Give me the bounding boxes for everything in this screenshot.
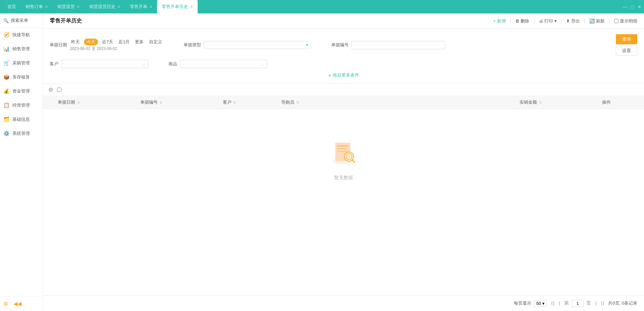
- tab-retail-open[interactable]: 零售开单 ✕: [125, 0, 157, 13]
- settings-bottom-icon[interactable]: ⚙: [3, 301, 8, 307]
- product-input-dots[interactable]: ...: [260, 61, 264, 66]
- th-salesperson[interactable]: 导购员 ⇅: [277, 96, 348, 109]
- export-button[interactable]: ⬆ 导出: [566, 18, 580, 24]
- content-area: 零售开单历史 + 新增 | 🗑 删除 | 🖨 打印 ▾ | ⬆ 导出 | 🔄 刷…: [43, 13, 644, 311]
- tab-home[interactable]: 首页: [3, 0, 21, 13]
- basic-info-icon: 🗂️: [3, 116, 10, 122]
- show-detail-label: 显示明细: [620, 18, 637, 24]
- customer-input[interactable]: ...: [61, 60, 148, 68]
- sidebar-item-purchase-mgmt[interactable]: 🛒 采购管理: [0, 56, 43, 70]
- sidebar-item-quick-nav-label: 快捷导航: [12, 32, 30, 38]
- date-btn-today[interactable]: 今天: [84, 39, 98, 45]
- type-filter-label: 单据类型: [184, 42, 201, 48]
- inventory-icon: 📦: [3, 74, 10, 80]
- table-settings-icon[interactable]: ⚙: [48, 87, 53, 93]
- collapse-button[interactable]: ∧ 收起更多条件: [328, 72, 359, 78]
- system-icon: ⚙️: [3, 131, 10, 137]
- new-button[interactable]: + 新增: [493, 18, 506, 24]
- setting-button[interactable]: 设置: [616, 46, 637, 56]
- show-detail-toggle[interactable]: 显示明细: [614, 18, 637, 24]
- th-date-sort[interactable]: ⇅: [77, 101, 80, 104]
- sidebar-item-system-label: 系统管理: [12, 131, 30, 137]
- date-btn-more[interactable]: 更多: [134, 39, 145, 45]
- first-page-icon[interactable]: ⟨⟨: [550, 300, 556, 307]
- type-select[interactable]: ▾: [204, 41, 311, 49]
- toolbar: + 新增 | 🗑 删除 | 🖨 打印 ▾ | ⬆ 导出 | 🔄 刷新 | 显示明…: [493, 18, 638, 24]
- th-date-label: 单据日期: [58, 100, 75, 105]
- th-salesperson-sort[interactable]: ⇅: [296, 101, 299, 104]
- tab-retail-open-history-label: 零售开单历史: [162, 4, 188, 10]
- number-filter-label: 单据编号: [331, 42, 349, 48]
- next-page-icon[interactable]: ⟩: [594, 300, 598, 307]
- tab-sales-order-close[interactable]: ✕: [45, 5, 48, 9]
- tab-retail-open-close[interactable]: ✕: [149, 5, 152, 9]
- th-checkbox: [43, 96, 54, 109]
- tab-sales-return-history[interactable]: 销货退货历史 ✕: [85, 0, 125, 13]
- sidebar-item-finance[interactable]: 💰 资金管理: [0, 84, 43, 98]
- show-detail-checkbox[interactable]: [614, 19, 618, 23]
- sales-mgmt-icon: 📊: [3, 46, 10, 52]
- sidebar-item-system[interactable]: ⚙️ 系统管理: [0, 126, 43, 141]
- per-page-select[interactable]: 50 ▾: [534, 300, 547, 307]
- th-number-label: 单据编号: [140, 100, 158, 105]
- date-btn-yesterday[interactable]: 昨天: [70, 39, 81, 45]
- page-suffix-label: 页: [585, 300, 592, 307]
- th-customer[interactable]: 客户 ⇅: [219, 96, 277, 109]
- sidebar-item-quick-nav[interactable]: 🧭 快捷导航: [0, 28, 43, 42]
- delete-button[interactable]: 🗑 删除: [515, 18, 530, 24]
- th-customer-sort[interactable]: ⇅: [233, 101, 236, 104]
- tab-sales-return[interactable]: 销货退货 ✕: [53, 0, 85, 13]
- tab-sales-order[interactable]: 销售订单 ✕: [21, 0, 53, 13]
- sidebar-item-basic-info[interactable]: 🗂️ 基础信息: [0, 112, 43, 126]
- purchase-mgmt-icon: 🛒: [3, 60, 10, 66]
- sidebar-item-inventory[interactable]: 📦 库存核算: [0, 70, 43, 84]
- maximize-icon[interactable]: □: [631, 4, 634, 9]
- quick-nav-icon: 🧭: [3, 32, 10, 38]
- th-date[interactable]: 单据日期 ⇅: [54, 96, 136, 109]
- toolbar-divider-1: |: [510, 18, 511, 24]
- customer-filter-label: 客户: [50, 61, 58, 67]
- sidebar-item-operation-label: 经营管理: [12, 102, 30, 108]
- sidebar-search[interactable]: 🔍 搜索采单: [0, 13, 43, 28]
- number-input[interactable]: [351, 41, 445, 49]
- th-number[interactable]: 单据编号 ⇅: [136, 96, 219, 109]
- date-btn-custom[interactable]: 自定义: [148, 39, 163, 45]
- collapse-sidebar-icon[interactable]: ◀◀: [13, 301, 21, 307]
- th-number-sort[interactable]: ⇅: [159, 101, 162, 104]
- th-amount[interactable]: 实销金额 ⇅: [515, 96, 598, 109]
- date-btn-1month[interactable]: 近1月: [117, 39, 131, 45]
- tab-sales-return-history-close[interactable]: ✕: [117, 5, 120, 9]
- type-select-arrow: ▾: [306, 43, 308, 47]
- pagination-nav: ⟨⟨ ⟨ 第 页 ⟩ ⟩⟩: [550, 300, 605, 307]
- date-btn-7days[interactable]: 近7天: [101, 39, 114, 45]
- query-button[interactable]: 查询: [616, 34, 637, 44]
- last-page-icon[interactable]: ⟩⟩: [599, 300, 605, 307]
- window-controls: — □ ✕: [623, 4, 641, 9]
- page-number-input[interactable]: [572, 300, 584, 307]
- print-dropdown-icon[interactable]: ▾: [554, 18, 557, 23]
- empty-state-text: 暂无数据: [334, 175, 353, 181]
- tab-sales-order-label: 销售订单: [26, 4, 43, 10]
- customer-input-dots[interactable]: ...: [142, 61, 145, 66]
- tab-retail-open-label: 零售开单: [130, 4, 147, 10]
- refresh-button[interactable]: 🔄 刷新: [589, 18, 605, 24]
- sidebar-item-sales-mgmt[interactable]: 📊 销售管理: [0, 42, 43, 56]
- date-filter-group: 昨天 今天 近7天 近1月 更多 自定义 2023-06-02 至 2023-0…: [70, 39, 163, 52]
- tab-sales-return-close[interactable]: ✕: [77, 5, 80, 9]
- print-button[interactable]: 🖨 打印 ▾: [539, 18, 557, 24]
- prev-page-icon[interactable]: ⟨: [557, 300, 561, 307]
- th-salesperson-label: 导购员: [281, 100, 294, 105]
- tab-retail-open-history-close[interactable]: ✕: [190, 5, 193, 9]
- sidebar-item-sales-mgmt-label: 销售管理: [12, 46, 30, 52]
- tab-retail-open-history[interactable]: 零售开单历史 ✕: [157, 0, 198, 13]
- filter-date-item: 单据日期 昨天 今天 近7天 近1月 更多 自定义 2023-06-02 至 2…: [50, 39, 163, 52]
- collapse-row: ∧ 收起更多条件: [50, 72, 637, 78]
- toolbar-divider-2: |: [534, 18, 535, 24]
- select-all-checkbox[interactable]: [57, 88, 61, 92]
- sidebar-item-operation[interactable]: 📋 经营管理: [0, 98, 43, 112]
- th-amount-sort[interactable]: ⇅: [539, 101, 542, 104]
- close-window-icon[interactable]: ✕: [638, 4, 641, 9]
- product-input[interactable]: ...: [180, 60, 267, 68]
- minimize-icon[interactable]: —: [623, 4, 627, 9]
- filter-number-item: 单据编号: [331, 41, 445, 49]
